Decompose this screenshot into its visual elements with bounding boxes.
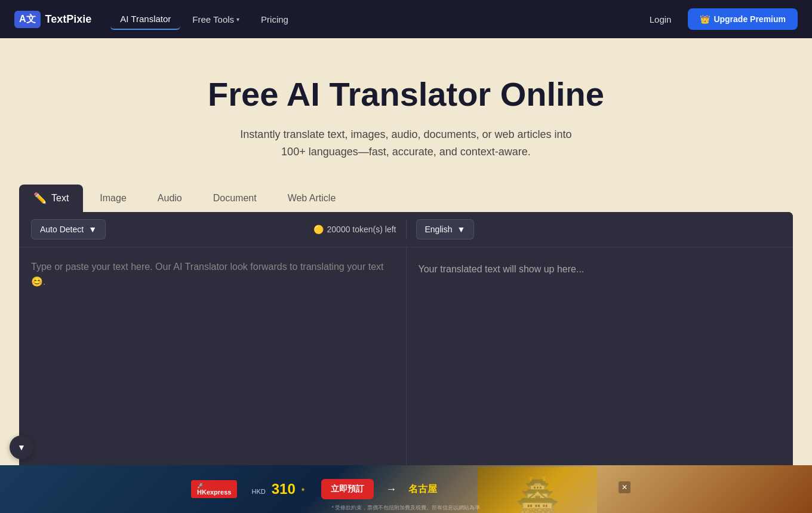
nav-links: AI Translator Free Tools ▾ Pricing (110, 9, 642, 30)
tab-web-article[interactable]: Web Article (273, 186, 350, 211)
logo-name: TextPixie (45, 13, 92, 26)
target-language-selector[interactable]: English ▼ (416, 219, 475, 239)
nav-pricing[interactable]: Pricing (251, 10, 298, 29)
chevron-down-icon: ▾ (236, 16, 239, 23)
target-text-panel: Your translated text will show up here..… (407, 247, 793, 477)
nav-free-tools[interactable]: Free Tools ▾ (183, 10, 249, 29)
token-counter: 🟡 20000 token(s) left (313, 225, 396, 234)
pencil-icon: ✏️ (33, 192, 47, 205)
translator-section: ✏️ Text Image Audio Document Web Article… (0, 185, 812, 500)
page-title: Free AI Translator Online (12, 74, 800, 114)
login-button[interactable]: Login (642, 10, 679, 29)
target-panel-header: English ▼ (406, 219, 782, 239)
source-text-input[interactable] (31, 259, 394, 462)
tab-text[interactable]: ✏️ Text (19, 185, 83, 212)
chevron-down-icon: ▼ (457, 225, 465, 234)
navbar: A文 TextPixie AI Translator Free Tools ▾ … (0, 0, 812, 38)
hero-section: Free AI Translator Online Instantly tran… (0, 38, 812, 185)
close-icon: ✕ (622, 483, 628, 492)
navbar-right: Login 👑 Upgrade Premium (642, 8, 798, 30)
nav-ai-translator[interactable]: AI Translator (110, 9, 180, 30)
logo-link[interactable]: A文 TextPixie (14, 11, 91, 28)
translator-header: Auto Detect ▼ 🟡 20000 token(s) left Engl… (19, 212, 793, 247)
ad-content: 🚀 HKexpress HKD 310 * 立即預訂 → 名古屋 🏯 ✕ (179, 479, 633, 499)
ad-banner: 🚀 HKexpress HKD 310 * 立即預訂 → 名古屋 🏯 ✕ * 受… (0, 465, 812, 513)
hero-subtitle: Instantly translate text, images, audio,… (197, 126, 615, 161)
target-text-output: Your translated text will show up here..… (419, 259, 782, 462)
crown-icon: 👑 (700, 14, 710, 24)
ad-close-button[interactable]: ✕ (619, 481, 630, 493)
panels-container: Your translated text will show up here..… (19, 247, 793, 477)
arrow-icon: → (386, 483, 396, 496)
ad-logo: 🚀 HKexpress (191, 480, 237, 498)
tab-bar: ✏️ Text Image Audio Document Web Article (19, 185, 793, 212)
translator-box: Auto Detect ▼ 🟡 20000 token(s) left Engl… (19, 212, 793, 481)
tab-document[interactable]: Document (199, 186, 271, 211)
ad-destination: 名古屋 (408, 483, 437, 496)
chevron-down-icon: ▼ (17, 443, 26, 452)
tab-audio[interactable]: Audio (143, 186, 196, 211)
logo-icon: A文 (14, 11, 41, 28)
source-text-panel (19, 247, 407, 477)
ad-cta-button[interactable]: 立即預訂 (321, 479, 374, 499)
tab-image[interactable]: Image (85, 186, 140, 211)
chevron-down-icon: ▼ (88, 225, 97, 234)
ad-fine-print: * 受條款約束，票價不包括附加費及税費。所有信息以網站為準 (0, 504, 812, 512)
source-panel-header: Auto Detect ▼ 🟡 20000 token(s) left (31, 219, 406, 239)
upgrade-button[interactable]: 👑 Upgrade Premium (688, 8, 798, 30)
expand-button[interactable]: ▼ (10, 435, 33, 459)
source-language-selector[interactable]: Auto Detect ▼ (31, 219, 106, 239)
token-icon: 🟡 (313, 225, 324, 234)
